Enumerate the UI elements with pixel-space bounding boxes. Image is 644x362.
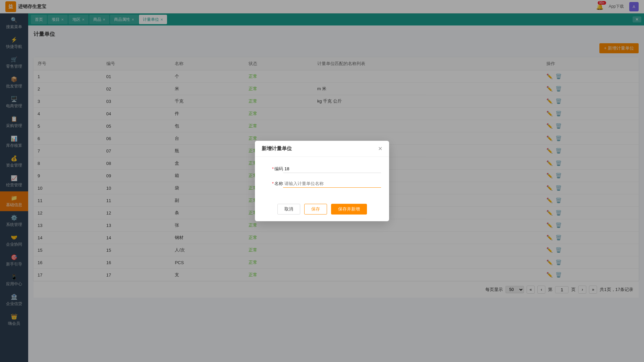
modal-header: 新增计量单位 ✕ (255, 141, 389, 157)
code-input[interactable] (283, 165, 381, 173)
modal: 新增计量单位 ✕ *编码 *名称 取消 保存 保存并新增 (255, 141, 389, 221)
cancel-button[interactable]: 取消 (277, 204, 300, 215)
name-input[interactable] (283, 180, 381, 188)
name-required-mark: * (272, 181, 274, 186)
name-label: *名称 (263, 181, 283, 187)
name-form-row: *名称 (263, 180, 381, 188)
code-label: *编码 (263, 166, 283, 172)
code-required-mark: * (272, 166, 274, 171)
save-and-new-button[interactable]: 保存并新增 (331, 204, 367, 215)
modal-body: *编码 *名称 (255, 157, 389, 200)
save-button[interactable]: 保存 (304, 204, 327, 215)
code-form-row: *编码 (263, 165, 381, 173)
modal-close-button[interactable]: ✕ (378, 145, 382, 152)
modal-footer: 取消 保存 保存并新增 (255, 200, 389, 221)
modal-title: 新增计量单位 (262, 145, 292, 152)
modal-overlay[interactable]: 新增计量单位 ✕ *编码 *名称 取消 保存 保存并新增 (0, 0, 644, 362)
